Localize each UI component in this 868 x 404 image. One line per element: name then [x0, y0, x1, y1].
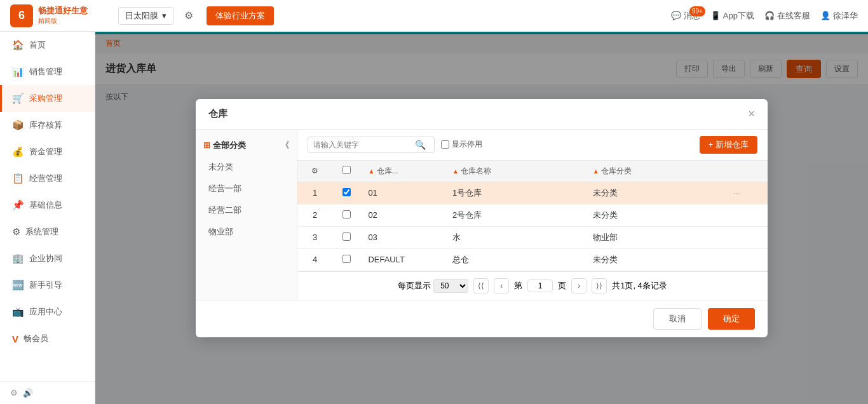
sidebar-item-appcenter[interactable]: 📺 应用中心: [0, 299, 95, 325]
headset-icon: 🎧: [764, 11, 775, 20]
col-header-action: [726, 161, 768, 182]
cell-check: [332, 248, 360, 271]
cancel-button[interactable]: 取消: [653, 308, 702, 330]
category-collapse-button[interactable]: 《: [281, 140, 289, 151]
dialog-body: ⊞ 全部分类 《 未分类 经营一部 经营二部 物业部: [196, 130, 768, 300]
ops-icon: 📋: [12, 173, 24, 184]
show-disabled-checkbox[interactable]: [441, 140, 449, 149]
row-checkbox[interactable]: [342, 188, 351, 196]
page-unit: 页: [558, 280, 566, 292]
messages-badge: 99+: [689, 6, 705, 17]
sidebar-item-label: 畅会员: [24, 333, 48, 344]
page-total-info: 共1页, 4条记录: [612, 280, 667, 292]
settings-bottom-icon[interactable]: ⚙: [10, 388, 18, 398]
sidebar-item-label: 基础信息: [29, 199, 62, 211]
dialog-close-button[interactable]: ×: [748, 108, 755, 119]
page-number-input[interactable]: [527, 279, 553, 292]
user-icon: 👤: [820, 11, 831, 20]
table-row: 1 01 1号仓库 未分类 ···: [297, 182, 768, 204]
col-header-code: ▲ 仓库...: [360, 161, 445, 182]
sidebar-item-label: 企业协同: [29, 253, 62, 264]
online-service-btn[interactable]: 🎧 在线客服: [764, 10, 810, 22]
col-header-name: ▲ 仓库名称: [445, 161, 585, 182]
page-first-button[interactable]: ⟨⟨: [473, 278, 489, 293]
cell-cat: 未分类: [585, 204, 726, 226]
cell-no: 1: [297, 182, 332, 204]
shop-selector[interactable]: 日太阳膜 ▾: [118, 7, 173, 25]
add-warehouse-button[interactable]: + 新增仓库: [700, 136, 757, 154]
dialog-footer: 取消 确定: [196, 300, 768, 337]
phone-icon: 📱: [710, 11, 721, 20]
table-row: 3 03 水 物业部: [297, 226, 768, 248]
sidebar-item-inventory[interactable]: 📦 库存核算: [0, 112, 95, 138]
sidebar-item-basic[interactable]: 📌 基础信息: [0, 192, 95, 219]
confirm-button[interactable]: 确定: [708, 308, 755, 330]
sidebar-item-label: 首页: [29, 39, 46, 51]
content-area: 首页 进货入库单 打印 导出 刷新 查询 设置 按以下 仓库: [95, 32, 868, 404]
trial-button[interactable]: 体验行业方案: [207, 6, 274, 25]
select-all-checkbox[interactable]: [342, 166, 351, 174]
main-layout: 🏠 首页 📊 销售管理 🛒 采购管理 📦 库存核算 💰 资金管理 📋 经营管理 …: [0, 32, 868, 404]
sidebar-item-label: 经营管理: [29, 173, 62, 184]
cell-no: 3: [297, 226, 332, 248]
sidebar-item-system[interactable]: ⚙ 系统管理: [0, 219, 95, 245]
page-label: 第: [514, 280, 522, 292]
cell-name: 1号仓库: [445, 182, 585, 204]
enterprise-icon: 🏢: [12, 253, 24, 264]
row-checkbox[interactable]: [342, 232, 351, 241]
page-last-button[interactable]: ⟩⟩: [592, 278, 607, 293]
row-checkbox[interactable]: [342, 210, 351, 219]
category-all-label[interactable]: 全部分类: [213, 140, 281, 151]
table-gear-icon[interactable]: ⚙: [311, 166, 318, 175]
sidebar-item-ops[interactable]: 📋 经营管理: [0, 165, 95, 192]
sidebar-item-label: 系统管理: [25, 226, 58, 238]
user-profile-btn[interactable]: 👤 徐泽华: [820, 10, 858, 22]
sidebar: 🏠 首页 📊 销售管理 🛒 采购管理 📦 库存核算 💰 资金管理 📋 经营管理 …: [0, 32, 95, 404]
basic-icon: 📌: [12, 199, 24, 211]
page-size-select[interactable]: 10 20 50 100: [433, 279, 468, 293]
dialog-toolbar: 🔍 显示停用 + 新增仓库: [297, 130, 768, 161]
app-download-btn[interactable]: 📱 App下载: [710, 10, 754, 22]
col-header-check: [332, 161, 360, 182]
search-input[interactable]: [313, 140, 415, 149]
page-next-button[interactable]: ›: [571, 278, 587, 293]
category-item-property[interactable]: 物业部: [196, 221, 297, 243]
cell-name: 水: [445, 226, 585, 248]
warehouse-table: ⚙ ▲ 仓库... ▲ 仓库名称: [297, 161, 768, 271]
sidebar-item-purchase[interactable]: 🛒 采购管理: [0, 85, 95, 112]
sidebar-item-member[interactable]: V 畅会员: [0, 325, 95, 352]
purchase-icon: 🛒: [12, 93, 24, 104]
sidebar-item-enterprise[interactable]: 🏢 企业协同: [0, 245, 95, 272]
page-prev-button[interactable]: ‹: [494, 278, 509, 293]
sidebar-item-label: 应用中心: [29, 306, 62, 318]
cell-no: 2: [297, 204, 332, 226]
sidebar-item-finance[interactable]: 💰 资金管理: [0, 138, 95, 165]
search-icon: 🔍: [415, 140, 426, 150]
member-icon: V: [12, 333, 18, 344]
sidebar-item-label: 新手引导: [29, 279, 62, 291]
sidebar-item-guide[interactable]: 🆕 新手引导: [0, 272, 95, 299]
sidebar-item-label: 库存核算: [29, 119, 62, 131]
sound-icon[interactable]: 🔊: [23, 388, 33, 398]
sidebar-item-sales[interactable]: 📊 销售管理: [0, 58, 95, 85]
cell-code: 02: [360, 204, 445, 226]
shop-name: 日太阳膜: [125, 10, 158, 22]
online-service-label: 在线客服: [777, 10, 810, 22]
shop-chevron-icon: ▾: [162, 11, 166, 20]
search-input-wrap: 🔍: [308, 137, 435, 153]
page-size-label: 每页显示: [398, 280, 431, 292]
dialog-header: 仓库 ×: [196, 99, 768, 130]
category-item-ops2[interactable]: 经营二部: [196, 199, 297, 221]
category-item-ops1[interactable]: 经营一部: [196, 178, 297, 199]
cell-code: DEFAULT: [360, 248, 445, 271]
settings-icon[interactable]: ⚙: [179, 6, 199, 26]
row-action-menu[interactable]: ···: [733, 188, 740, 198]
row-checkbox[interactable]: [342, 255, 351, 263]
sidebar-item-home[interactable]: 🏠 首页: [0, 32, 95, 58]
cell-no: 4: [297, 248, 332, 271]
messages-btn[interactable]: 💬 消息 99+: [671, 10, 700, 22]
category-item-unclassified[interactable]: 未分类: [196, 156, 297, 178]
sidebar-bottom: ⚙ 🔊: [0, 381, 95, 404]
cell-check: [332, 182, 360, 204]
sort-icon-cat: ▲: [593, 168, 599, 175]
